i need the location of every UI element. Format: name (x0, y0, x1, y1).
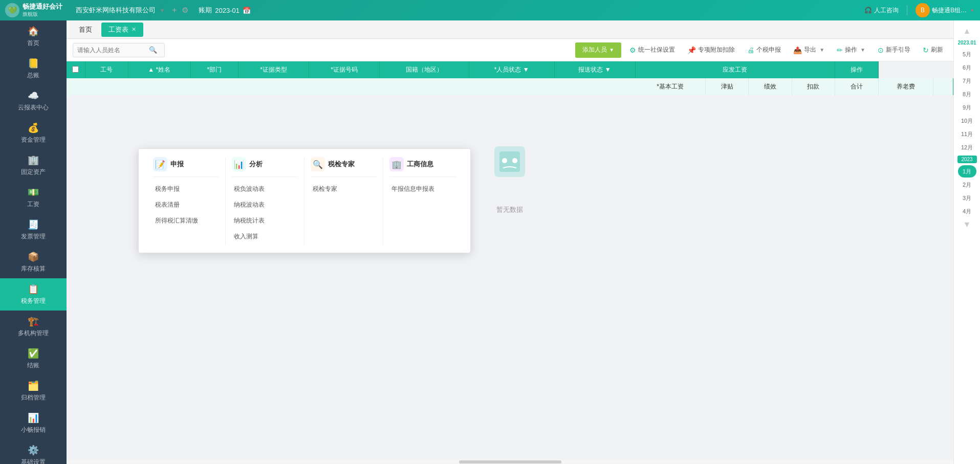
sidebar-item-tax[interactable]: 📋税务管理 (0, 278, 67, 311)
status-filter-icon[interactable]: ▼ (523, 66, 529, 73)
tab-salary-table[interactable]: 工资表 ✕ (101, 23, 143, 37)
sidebar-item-inventory[interactable]: 📦库存核算 (0, 246, 67, 278)
horizontal-scrollbar[interactable] (459, 460, 561, 463)
fund-icon: 💰 (28, 122, 39, 134)
period-selector[interactable]: 账期 2023-01 📅 (199, 6, 251, 15)
sidebar-item-cloud[interactable]: ☁️云报表中心 (0, 85, 67, 117)
sidebar-item-home[interactable]: 🏠首页 (0, 20, 67, 53)
timeline-month-10[interactable]: 10月 (958, 115, 976, 127)
timeline-month-2[interactable]: 2月 (958, 179, 976, 191)
basic-icon: ⚙️ (28, 445, 39, 456)
timeline-month-4[interactable]: 4月 (958, 205, 976, 217)
search-wrapper[interactable]: 🔍 (73, 43, 165, 57)
social-insurance-btn[interactable]: ⚙ 统一社保设置 (625, 43, 679, 56)
support-btn[interactable]: 🎧 人工咨询 (864, 6, 899, 15)
sidebar-item-ledger[interactable]: 📒总账 (0, 53, 67, 85)
report-filter-icon[interactable]: ▼ (605, 66, 611, 73)
sidebar-label-inventory: 库存核算 (21, 264, 46, 273)
tax-dropdown-menu: 📝申报税务申报税表清册所得税汇算清缴📊分析税负波动表纳税波动表纳税统计表收入测算… (138, 148, 471, 253)
user-dropdown-icon[interactable]: ▼ (970, 8, 975, 13)
ledger-icon: 📒 (28, 58, 39, 69)
guide-label: 新手引导 (886, 46, 910, 54)
menu-item-expert[interactable]: 税检专家 (311, 181, 377, 197)
operations-btn[interactable]: ✏ 操作 ▼ (833, 43, 869, 56)
timeline-month-1[interactable]: 1月 (958, 165, 976, 178)
timeline-panel: ▲ 2023.01 5月 6月 7月 8月 9月 10月 11月 12月 202… (953, 20, 980, 464)
sort-icon: ▲ (148, 66, 154, 73)
sidebar-item-salary[interactable]: 💵工资 (0, 182, 67, 214)
checkbox-header[interactable] (67, 61, 85, 78)
tax-return-btn[interactable]: 🖨 个税申报 (743, 43, 785, 56)
special-deduction-icon: 📌 (687, 46, 696, 54)
add-company-btn[interactable]: + (172, 6, 177, 15)
col-allowance: 津贴 (705, 78, 748, 95)
col-report-status[interactable]: 报送状态 ▼ (554, 61, 635, 78)
col-ops-spacer (933, 78, 953, 95)
timeline-year-header: 2023.01 (956, 38, 977, 48)
inventory-icon: 📦 (28, 251, 39, 262)
declaration-section-icon: 📝 (153, 157, 167, 171)
calendar-icon[interactable]: 📅 (243, 7, 251, 14)
sidebar-label-settle: 结账 (27, 361, 39, 370)
refresh-btn[interactable]: ↻ 刷新 (919, 43, 947, 56)
svg-point-3 (512, 158, 517, 163)
topbar-divider (907, 5, 907, 15)
company-selector[interactable]: 西安虾米网络科技有限公司 ▼ + ⚙ (76, 6, 188, 15)
timeline-prev-btn[interactable]: ▲ (961, 25, 973, 38)
timeline-month-9[interactable]: 9月 (958, 101, 976, 114)
menu-item-tax-declaration[interactable]: 税务申报 (153, 181, 219, 197)
timeline-month-12[interactable]: 12月 (958, 141, 976, 153)
menu-item-tax-payment[interactable]: 纳税波动表 (232, 197, 298, 213)
sidebar-item-multi[interactable]: 🏗️多机构管理 (0, 311, 67, 343)
sidebar-item-settle[interactable]: ✅结账 (0, 343, 67, 375)
add-dropdown-arrow: ▼ (609, 47, 614, 53)
user-menu[interactable]: B 畅捷通B组… ▼ (916, 3, 975, 17)
tab-close-btn[interactable]: ✕ (132, 26, 136, 33)
search-input[interactable] (77, 47, 149, 54)
sidebar-item-fund[interactable]: 💰资金管理 (0, 117, 67, 149)
special-deduction-btn[interactable]: 📌 专项附加扣除 (683, 43, 739, 56)
menu-item-income-calc[interactable]: 收入测算 (232, 229, 298, 245)
company-dropdown-icon[interactable]: ▼ (160, 8, 165, 13)
timeline-month-3[interactable]: 3月 (958, 192, 976, 204)
timeline-next-btn[interactable]: ▼ (961, 218, 973, 231)
sidebar-item-invoice[interactable]: 🧾发票管理 (0, 214, 67, 246)
menu-item-tax-stats[interactable]: 纳税统计表 (232, 213, 298, 229)
select-all-checkbox[interactable] (72, 66, 79, 73)
operations-dropdown-icon[interactable]: ▼ (860, 47, 865, 53)
sidebar-item-assets[interactable]: 🏢固定资产 (0, 149, 67, 182)
current-year-badge: 2023 (957, 156, 977, 163)
sidebar-label-multi: 多机构管理 (18, 329, 49, 338)
col-id-type: *证据类型 (238, 61, 309, 78)
tax-return-label: 个税申报 (756, 46, 781, 54)
sidebar-item-basic[interactable]: ⚙️基础设置 (0, 439, 67, 464)
col-name[interactable]: ▲ *姓名 (128, 61, 190, 78)
timeline-month-6[interactable]: 6月 (958, 61, 976, 74)
col-total: 合计 (835, 78, 878, 95)
sidebar-item-xiaochang[interactable]: 📊小畅报销 (0, 407, 67, 439)
export-label: 导出 (804, 46, 816, 54)
add-person-button[interactable]: 添加人员 ▼ (575, 42, 621, 58)
timeline-month-11[interactable]: 11月 (958, 128, 976, 140)
menu-item-income-tax[interactable]: 所得税汇算清缴 (153, 213, 219, 229)
sidebar-item-archive[interactable]: 🗂️归档管理 (0, 375, 67, 407)
menu-item-tax-burden[interactable]: 税负波动表 (232, 181, 298, 197)
menu-item-annual-report[interactable]: 年报信息申报表 (389, 181, 456, 197)
col-performance: 绩效 (749, 78, 792, 95)
col-status[interactable]: *人员状态 ▼ (469, 61, 554, 78)
settings-icon[interactable]: ⚙ (182, 6, 188, 15)
archive-icon: 🗂️ (28, 380, 39, 391)
settle-icon: ✅ (28, 348, 39, 359)
sidebar: 🏠首页📒总账☁️云报表中心💰资金管理🏢固定资产💵工资🧾发票管理📦库存核算📋税务管… (0, 20, 67, 464)
topbar-right: 🎧 人工咨询 B 畅捷通B组… ▼ (864, 3, 975, 17)
guide-btn[interactable]: ⊙ 新手引导 (874, 43, 914, 56)
export-dropdown-icon[interactable]: ▼ (819, 47, 824, 53)
export-btn[interactable]: 📤 导出 ▼ (789, 43, 829, 56)
timeline-month-8[interactable]: 8月 (958, 88, 976, 100)
business-info-section-icon: 🏢 (389, 157, 404, 171)
tab-salary-label: 工资表 (108, 25, 128, 34)
menu-item-tax-form[interactable]: 税表清册 (153, 197, 219, 213)
tab-home[interactable]: 首页 (72, 23, 99, 37)
timeline-month-7[interactable]: 7月 (958, 75, 976, 87)
timeline-month-5[interactable]: 5月 (958, 48, 976, 60)
